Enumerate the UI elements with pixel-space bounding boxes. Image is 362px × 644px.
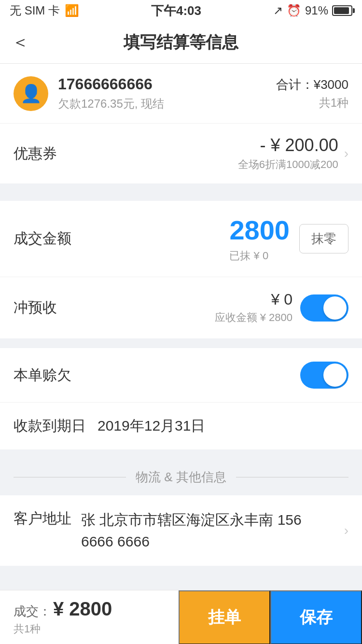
transaction-sub: 已抹 ¥ 0 <box>229 249 290 263</box>
logistics-line-right <box>236 477 348 477</box>
customer-right: 合计：¥3000 共1种 <box>276 76 348 111</box>
debt-toggle[interactable] <box>300 362 348 389</box>
customer-phone: 17666666666 <box>58 75 164 93</box>
address-chevron-icon: › <box>344 523 348 538</box>
logistics-label: 物流 & 其他信息 <box>136 469 226 486</box>
wifi-icon: 📶 <box>65 4 79 17</box>
page-title: 填写结算等信息 <box>124 31 238 54</box>
nav-bar: ＜ 填写结算等信息 <box>0 21 362 64</box>
section-separator-3 <box>0 449 362 459</box>
duedate-label: 收款到期日 <box>14 416 86 436</box>
prepaid-amount-block: ¥ 0 应收金额 ¥ 2800 <box>215 291 292 325</box>
coupon-amount: - ¥ 200.00 <box>238 135 338 155</box>
duedate-value: 2019年12月31日 <box>97 416 205 436</box>
duedate-row: 收款到期日 2019年12月31日 <box>0 403 362 449</box>
transaction-right: 2800 已抹 ¥ 0 抹零 <box>229 214 348 263</box>
transaction-amount-block: 2800 已抹 ¥ 0 <box>229 214 290 263</box>
coupon-label: 优惠券 <box>14 144 57 164</box>
section-separator-1 <box>0 191 362 201</box>
coupon-desc: 全场6折满1000减200 <box>238 157 338 172</box>
coupon-row[interactable]: 优惠券 - ¥ 200.00 全场6折满1000减200 › <box>0 123 362 183</box>
logistics-line-left <box>14 477 126 477</box>
bottom-summary-row: 成交： ¥ 2800 <box>14 598 165 620</box>
logistics-header: 物流 & 其他信息 <box>0 459 362 495</box>
customer-note: 欠款1276.35元, 现结 <box>58 96 164 112</box>
section-separator-2 <box>0 338 362 348</box>
battery-percent: 91% <box>305 4 328 17</box>
debt-row: 本单赊欠 <box>0 348 362 403</box>
debt-section: 本单赊欠 收款到期日 2019年12月31日 <box>0 348 362 449</box>
prepaid-row: 冲预收 ¥ 0 应收金额 ¥ 2800 <box>0 277 362 338</box>
alarm-icon: ⏰ <box>287 4 301 17</box>
prepaid-right: ¥ 0 应收金额 ¥ 2800 <box>215 291 348 325</box>
coupon-info: - ¥ 200.00 全场6折满1000减200 <box>238 135 338 172</box>
back-icon: ＜ <box>12 32 29 52</box>
location-icon: ↗ <box>273 4 283 17</box>
toggle-knob <box>323 296 347 320</box>
customer-row: 👤 17666666666 欠款1276.35元, 现结 合计：¥3000 共1… <box>0 64 362 123</box>
prepaid-label: 冲预收 <box>14 298 57 318</box>
transaction-amount: 2800 <box>229 214 290 246</box>
coupon-right: - ¥ 200.00 全场6折满1000减200 › <box>238 135 348 172</box>
bottom-summary: 成交： ¥ 2800 共1种 <box>0 598 179 636</box>
save-button[interactable]: 保存 <box>270 590 362 644</box>
total-count: 共1种 <box>276 95 348 111</box>
avatar: 👤 <box>14 76 48 111</box>
transaction-label: 成交金额 <box>14 229 71 249</box>
address-label: 客户地址 <box>14 509 71 529</box>
summary-amount: ¥ 2800 <box>53 598 112 620</box>
coupon-chevron-icon: › <box>344 146 348 161</box>
carrier-label: 无 SIM 卡 <box>10 3 60 18</box>
prepaid-amount: ¥ 0 <box>215 291 292 308</box>
customer-info: 17666666666 欠款1276.35元, 现结 <box>58 75 164 112</box>
prepaid-toggle[interactable] <box>300 294 348 322</box>
battery-icon <box>332 5 352 16</box>
battery-fill <box>334 7 349 14</box>
transaction-row: 成交金额 2800 已抹 ¥ 0 抹零 <box>0 201 362 277</box>
status-left: 无 SIM 卡 📶 <box>10 3 79 18</box>
status-time: 下午4:03 <box>151 2 201 19</box>
status-bar: 无 SIM 卡 📶 下午4:03 ↗ ⏰ 91% <box>0 0 362 21</box>
customer-section: 👤 17666666666 欠款1276.35元, 现结 合计：¥3000 共1… <box>0 64 362 183</box>
back-button[interactable]: ＜ <box>12 30 29 54</box>
transaction-section: 成交金额 2800 已抹 ¥ 0 抹零 冲预收 ¥ 0 应收金额 ¥ 2800 <box>0 201 362 338</box>
address-value: 张 北京市市辖区海淀区永丰南 156 6666 6666 <box>81 509 334 552</box>
bottom-bar: 成交： ¥ 2800 共1种 挂单 保存 <box>0 590 362 644</box>
debt-toggle-knob <box>323 364 347 387</box>
summary-count: 共1种 <box>14 622 165 636</box>
hang-button[interactable]: 挂单 <box>179 590 270 644</box>
summary-chengjiao-label: 成交： <box>14 603 51 620</box>
round-zero-button[interactable]: 抹零 <box>299 224 348 253</box>
address-row[interactable]: 客户地址 张 北京市市辖区海淀区永丰南 156 6666 6666 › <box>0 495 362 566</box>
status-right: ↗ ⏰ 91% <box>273 4 352 17</box>
avatar-icon: 👤 <box>20 84 42 104</box>
prepaid-sub: 应收金额 ¥ 2800 <box>215 310 292 325</box>
total-label: 合计：¥3000 <box>276 76 348 93</box>
customer-left: 👤 17666666666 欠款1276.35元, 现结 <box>14 75 164 112</box>
debt-label: 本单赊欠 <box>14 365 71 385</box>
